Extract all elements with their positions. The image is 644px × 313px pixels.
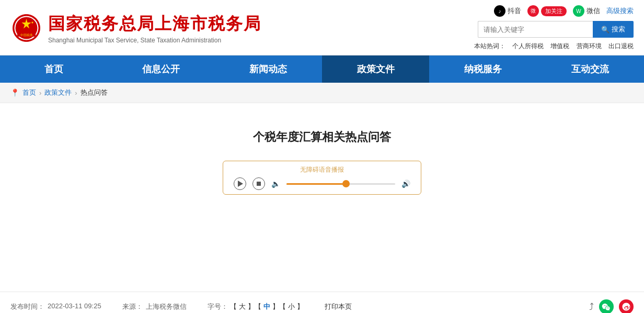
- font-small[interactable]: 小: [288, 302, 295, 311]
- font-size-meta: 字号： 【 大 】【 中 】【 小 】: [208, 302, 304, 311]
- footer-info: 发布时间： 2022-03-11 09:25 来源： 上海税务微信 字号： 【 …: [0, 292, 644, 313]
- play-button[interactable]: [234, 177, 246, 190]
- breadcrumb-sep-2: ›: [75, 89, 77, 97]
- site-title-en: Shanghai Municipal Tax Service, State Ta…: [48, 37, 261, 44]
- nav-interaction[interactable]: 互动交流: [537, 55, 644, 83]
- print-button[interactable]: 打印本页: [325, 302, 352, 311]
- volume-low-icon: 🔈: [271, 180, 280, 188]
- svg-point-7: [625, 308, 626, 308]
- weixin-link[interactable]: W 微信: [573, 5, 600, 17]
- main-content: 个税年度汇算相关热点问答 无障碍语音播报 🔈 🔊: [0, 103, 644, 271]
- font-label: 字号：: [208, 302, 228, 311]
- breadcrumb-home[interactable]: 首页: [22, 88, 36, 97]
- hotword-1[interactable]: 个人所得税: [512, 42, 544, 50]
- bracket-open: 【: [230, 302, 237, 311]
- breadcrumb-parent[interactable]: 政策文件: [44, 88, 72, 97]
- source-label: 来源：: [122, 302, 143, 311]
- advanced-search-link[interactable]: 高级搜索: [606, 6, 634, 16]
- hotword-2[interactable]: 增值税: [550, 42, 569, 50]
- search-input[interactable]: [478, 21, 593, 38]
- header-left: 中国税务 国家税务总局上海市税务局 Shanghai Municipal Tax…: [10, 13, 261, 44]
- bracket-mid1: 】【: [248, 302, 261, 311]
- header: 中国税务 国家税务总局上海市税务局 Shanghai Municipal Tax…: [0, 0, 644, 55]
- stop-button[interactable]: [252, 177, 265, 190]
- hotwords-bar: 本站热词： 个人所得税 增值税 营商环境 出口退税: [469, 42, 634, 51]
- location-icon: 📍: [10, 88, 19, 97]
- nav-xinxi[interactable]: 信息公开: [107, 55, 214, 83]
- volume-high-icon: 🔊: [401, 180, 410, 188]
- header-title: 国家税务总局上海市税务局 Shanghai Municipal Tax Serv…: [48, 13, 261, 44]
- breadcrumb-sep-1: ›: [39, 89, 41, 97]
- douyin-link[interactable]: ♪ 抖音: [494, 5, 521, 17]
- footer-right: ⤴: [589, 299, 634, 313]
- hotword-3[interactable]: 营商环境: [577, 42, 602, 50]
- source-meta: 来源： 上海税务微信: [122, 302, 187, 311]
- weibo-icon: [622, 302, 631, 311]
- audio-player: 无障碍语音播报 🔈 🔊: [223, 161, 421, 195]
- stop-icon: [257, 182, 261, 186]
- main-nav: 首页 信息公开 新闻动态 政策文件 纳税服务 互动交流: [0, 55, 644, 83]
- bracket-mid2: 】【: [272, 302, 286, 311]
- volume-fill: [286, 183, 346, 185]
- weixin-label: 微信: [586, 6, 600, 16]
- logo: 中国税务: [10, 13, 42, 44]
- article-title: 个税年度汇算相关热点问答: [10, 129, 634, 145]
- footer-left: 发布时间： 2022-03-11 09:25 来源： 上海税务微信 字号： 【 …: [10, 302, 352, 311]
- nav-home[interactable]: 首页: [0, 55, 107, 83]
- wechat-icon: [602, 302, 611, 311]
- site-title-cn: 国家税务总局上海市税务局: [48, 13, 261, 36]
- hotwords-label: 本站热词：: [474, 42, 505, 50]
- volume-thumb[interactable]: [342, 180, 350, 187]
- weibo-icon: 微: [527, 5, 539, 17]
- share-icon[interactable]: ⤴: [589, 301, 594, 312]
- hotword-4[interactable]: 出口退税: [608, 42, 634, 50]
- douyin-label: 抖音: [508, 6, 521, 16]
- weixin-icon: W: [573, 5, 584, 17]
- wechat-share-button[interactable]: [599, 299, 614, 313]
- audio-player-wrap: 无障碍语音播报 🔈 🔊: [10, 161, 634, 195]
- nav-policy[interactable]: 政策文件: [322, 55, 429, 83]
- font-large[interactable]: 大: [239, 302, 246, 311]
- weibo-share-button[interactable]: [619, 299, 634, 313]
- svg-point-8: [626, 308, 627, 309]
- publish-meta: 发布时间： 2022-03-11 09:25: [10, 302, 101, 311]
- svg-text:中国税务: 中国税务: [20, 33, 32, 37]
- search-bar: 🔍 搜索: [478, 21, 634, 38]
- bracket-close: 】: [297, 302, 304, 311]
- publish-time: 2022-03-11 09:25: [48, 302, 101, 311]
- audio-label: 无障碍语音播报: [300, 165, 344, 174]
- volume-track: [286, 183, 395, 185]
- social-bar: ♪ 抖音 微 加关注 W 微信 高级搜索: [494, 5, 634, 17]
- weibo-link[interactable]: 微 加关注: [527, 5, 567, 17]
- play-icon: [238, 181, 243, 187]
- volume-slider[interactable]: [286, 180, 395, 188]
- nav-tax-service[interactable]: 纳税服务: [429, 55, 536, 83]
- search-button[interactable]: 🔍 搜索: [593, 21, 634, 38]
- douyin-icon: ♪: [494, 5, 505, 17]
- follow-button[interactable]: 加关注: [541, 6, 567, 16]
- source-value: 上海税务微信: [146, 302, 187, 311]
- search-button-label: 搜索: [612, 25, 625, 34]
- search-icon: 🔍: [601, 26, 610, 33]
- breadcrumb-current: 热点问答: [80, 88, 108, 97]
- font-medium[interactable]: 中: [263, 302, 270, 311]
- print-label: 打印本页: [325, 303, 352, 310]
- nav-news[interactable]: 新闻动态: [215, 55, 322, 83]
- publish-label: 发布时间：: [10, 302, 44, 311]
- audio-controls: 🔈 🔊: [234, 177, 410, 190]
- breadcrumb: 📍 首页 › 政策文件 › 热点问答: [0, 83, 644, 103]
- header-right: ♪ 抖音 微 加关注 W 微信 高级搜索 🔍 搜索 本站热词： 个人所得税 增值…: [469, 5, 634, 51]
